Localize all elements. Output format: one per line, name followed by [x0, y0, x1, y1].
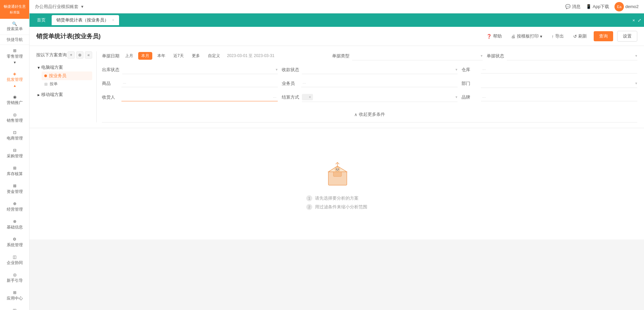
- warehouse-dots: ···: [481, 67, 487, 72]
- tab-home[interactable]: 首页: [32, 15, 50, 25]
- tab-sales-stats[interactable]: 销货单统计表（按业务员） ×: [52, 15, 119, 25]
- dept-select[interactable]: ▾: [481, 79, 637, 88]
- panel-copy-btn[interactable]: ⊕: [76, 51, 84, 59]
- doc-type-value: [352, 53, 357, 59]
- collapse-btn[interactable]: ∧ 收起更多条件: [105, 109, 635, 119]
- tree-mobile-group: ▸ 移动端方案: [36, 89, 92, 100]
- salesman-select[interactable]: ···: [301, 80, 458, 87]
- date-btn-custom[interactable]: 自定义: [205, 52, 223, 60]
- date-btn-this-year[interactable]: 本年: [154, 52, 168, 60]
- avatar: Ea: [614, 2, 624, 11]
- refresh-btn[interactable]: ↺ 刷新: [571, 32, 590, 41]
- date-btn-last7[interactable]: 近7天: [170, 52, 187, 60]
- sidebar-item-finance[interactable]: ⊠ 资金管理: [0, 180, 29, 198]
- sidebar-item-sales[interactable]: ◎ 销售管理: [0, 109, 29, 127]
- basic-label: 基础信息: [7, 224, 23, 230]
- step-num-2: 2: [306, 204, 312, 210]
- sidebar-item-basic[interactable]: ⊗ 基础信息: [0, 216, 29, 234]
- tab-close-icon[interactable]: ×: [112, 18, 114, 22]
- out-status-select[interactable]: ▾: [122, 65, 278, 74]
- sidebar-search[interactable]: 🔍 搜索菜单: [0, 19, 29, 35]
- app-download-btn[interactable]: 📱 App下载: [586, 4, 609, 10]
- sidebar-item-marketing[interactable]: ◉ 营销推广: [0, 91, 29, 109]
- step-1-text: 请先选择要分析的方案: [315, 195, 359, 201]
- sidebar-item-coop[interactable]: ◫ 企业协同: [0, 251, 29, 269]
- newbie-label: 新手引导: [7, 278, 23, 283]
- brand-select[interactable]: ···: [481, 94, 637, 101]
- user-profile[interactable]: Ea demo2: [614, 2, 639, 11]
- tree-pc-toggle[interactable]: ▾ 电脑端方案: [36, 63, 92, 71]
- refresh-icon: ↺: [573, 34, 577, 39]
- goods-select[interactable]: ···: [121, 80, 278, 87]
- purchase-label: 采购管理: [7, 153, 23, 159]
- filter-doc-type: 单据类型 ▾: [332, 51, 483, 60]
- wholesale-arrow: ▴: [14, 83, 16, 88]
- ecom-label: 电商管理: [7, 136, 23, 141]
- sidebar-item-retail[interactable]: ⊞ 零售管理 ▾: [0, 45, 29, 68]
- sidebar-quick-nav[interactable]: 快捷导航: [0, 35, 29, 45]
- sales-label: 销售管理: [7, 118, 23, 123]
- payment-clear-icon[interactable]: ×: [309, 95, 311, 99]
- sidebar-item-wechat[interactable]: ◫ 企业微信: [0, 305, 29, 310]
- out-status-chevron: ▾: [276, 67, 278, 72]
- help-btn[interactable]: ❓ 帮助: [484, 32, 504, 41]
- sidebar-item-newbie[interactable]: ◎ 新手引导: [0, 269, 29, 287]
- filter-receipt-status: 收款状态 ▾: [282, 65, 458, 74]
- print-label: 按模板打印: [517, 33, 539, 39]
- payment-chevron: ▾: [455, 95, 458, 99]
- page-actions: ❓ 帮助 🖨 按模板打印 ▾ ↑ 导出 ↺ 刷新 查询 设置: [484, 31, 638, 42]
- sidebar-item-wholesale[interactable]: ◈ 批发管理 ▴: [0, 68, 29, 91]
- consignee-dots[interactable]: ···: [272, 95, 278, 100]
- tree-leaf-order[interactable]: ⊞ 按单: [42, 80, 92, 88]
- message-btn[interactable]: 💬 消息: [565, 4, 581, 10]
- maximize-icon[interactable]: ⤢: [638, 18, 641, 23]
- receipt-status-select[interactable]: ▾: [302, 65, 458, 74]
- export-btn[interactable]: ↑ 导出: [549, 32, 567, 41]
- collapse-up-icon: ∧: [354, 112, 358, 117]
- doc-type-select[interactable]: ▾: [352, 51, 483, 60]
- panel-fold-btn[interactable]: «: [85, 51, 92, 59]
- sidebar-item-ops[interactable]: ⊕ 经营管理: [0, 198, 29, 216]
- payment-select[interactable]: × ▾: [302, 93, 458, 102]
- apps-icon: ⊞: [13, 290, 16, 295]
- sidebar-item-ecom[interactable]: ⊡ 电商管理: [0, 127, 29, 145]
- logo-badge: 标准版: [10, 10, 20, 15]
- sidebar-item-inventory[interactable]: ⊞ 库存核算: [0, 162, 29, 180]
- sales-icon: ◎: [13, 112, 16, 117]
- date-filter-group: 上月 本月 本年 近7天 更多 自定义: [122, 52, 223, 60]
- receipt-status-value: [302, 66, 306, 72]
- sidebar-item-apps[interactable]: ⊞ 应用中心: [0, 287, 29, 305]
- close-window-icon[interactable]: ×: [632, 18, 635, 23]
- tree-expand-icon: ▾: [38, 65, 40, 70]
- tree-leaf-salesman[interactable]: 按业务员: [42, 71, 92, 80]
- main-content: 办公用品行业模拟账套 ▾ 💬 消息 📱 App下载 Ea demo2 首页: [30, 0, 644, 310]
- date-btn-last-month[interactable]: 上月: [122, 52, 136, 60]
- page-header: 销货单统计表(按业务员) ❓ 帮助 🖨 按模板打印 ▾ ↑ 导出 ↺ 刷新: [30, 27, 644, 46]
- search-icon: 🔍: [12, 21, 17, 26]
- filter-warehouse: 仓库 ···: [462, 66, 637, 73]
- panel-add-btn[interactable]: +: [67, 51, 75, 59]
- sidebar-item-system[interactable]: ⚙ 系统管理: [0, 234, 29, 251]
- inventory-icon: ⊞: [13, 166, 16, 170]
- query-btn[interactable]: 查询: [594, 31, 613, 41]
- tab-sales-stats-label: 销货单统计表（按业务员）: [56, 17, 109, 23]
- empty-state: 1 请先选择要分析的方案 2 用过滤条件来缩小分析范围: [30, 128, 644, 240]
- sidebar: 畅捷通好生意 标准版 🔍 搜索菜单 快捷导航 ⊞ 零售管理 ▾ ◈ 批发管理 ▴…: [0, 0, 30, 310]
- sidebar-item-purchase[interactable]: ⊟ 采购管理: [0, 145, 29, 162]
- print-btn[interactable]: 🖨 按模板打印 ▾: [508, 32, 545, 41]
- date-btn-more[interactable]: 更多: [189, 52, 203, 60]
- export-label: 导出: [555, 33, 564, 39]
- date-btn-this-month[interactable]: 本月: [138, 52, 152, 60]
- ops-icon: ⊕: [13, 201, 16, 206]
- logo-text: 畅捷通好生意: [4, 4, 26, 9]
- tree-mobile-toggle[interactable]: ▸ 移动端方案: [36, 91, 92, 99]
- finance-icon: ⊠: [13, 184, 16, 188]
- retail-arrow: ▾: [14, 60, 16, 65]
- consignee-input[interactable]: [121, 93, 272, 101]
- newbie-icon: ◎: [13, 272, 16, 277]
- doc-status-select[interactable]: ▾: [507, 51, 637, 60]
- sub-icon: ⊞: [44, 82, 48, 87]
- settings-btn[interactable]: 设置: [617, 31, 637, 42]
- warehouse-select[interactable]: ···: [481, 66, 637, 73]
- app-logo: 畅捷通好生意 标准版: [0, 0, 29, 19]
